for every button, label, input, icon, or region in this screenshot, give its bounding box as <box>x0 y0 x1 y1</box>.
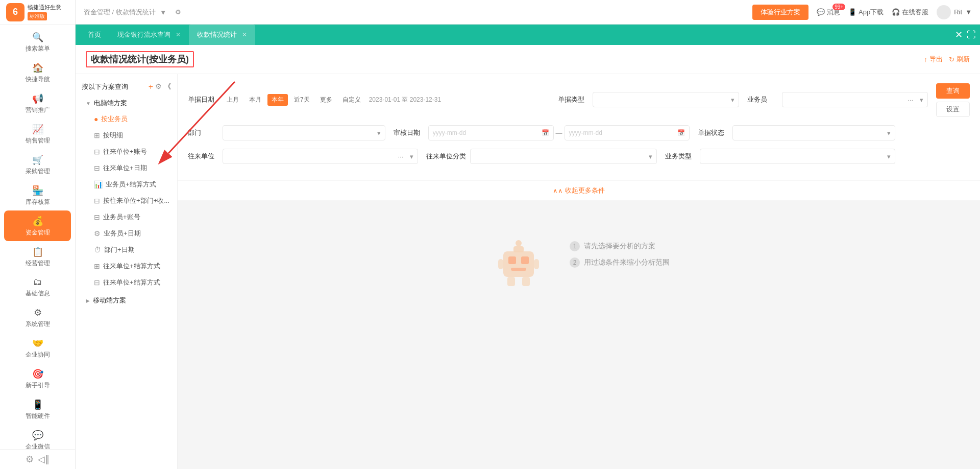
sidebar-item-hardware[interactable]: 📱 智能硬件 <box>0 394 75 425</box>
export-button[interactable]: ↑ 导出 <box>924 55 943 64</box>
item-icon: ⊟ <box>94 148 100 156</box>
tab-receipt-stats[interactable]: 收款情况统计 ✕ <box>189 25 255 45</box>
salesperson-select[interactable]: ··· ▾ <box>782 92 928 107</box>
date-dash: — <box>556 129 562 137</box>
sidebar-item-label: 库存核算 <box>26 198 50 206</box>
finance-icon: 💰 <box>32 216 43 227</box>
review-date-from-input[interactable]: yyyy-mm-dd 📅 <box>428 125 554 140</box>
trial-button[interactable]: 体验行业方案 <box>752 5 808 20</box>
sidebar-item-search[interactable]: 🔍 搜索菜单 <box>0 27 75 57</box>
main-content: 资金管理 / 收款情况统计 ▼ ⚙ 体验行业方案 💬 消息 99+ 📱 App下… <box>76 0 980 469</box>
scheme-item-label: 按往来单位+部门+收... <box>103 196 169 205</box>
dept-chevron-icon: ▾ <box>377 129 381 137</box>
sidebar-item-purchase[interactable]: 🛒 采购管理 <box>0 149 75 180</box>
svg-rect-1 <box>508 256 516 264</box>
scheme-item-counterpart-settlement1[interactable]: ⊞ 往来单位+结算方式 <box>76 258 177 274</box>
dept-select[interactable]: ▾ <box>223 125 385 140</box>
breadcrumb-dropdown-icon[interactable]: ▼ <box>160 8 167 16</box>
sidebar-item-system[interactable]: ⚙ 系统管理 <box>0 302 75 333</box>
collapse-sidebar-icon[interactable]: ◁‖ <box>38 454 50 465</box>
scheme-item-salesperson-date[interactable]: ⚙ 业务员+日期 <box>76 225 177 242</box>
item-icon: ⊞ <box>94 262 100 270</box>
date-tabs: 上月 本月 本年 近7天 更多 自定义 <box>223 94 365 106</box>
date-tab-last-month[interactable]: 上月 <box>223 94 243 106</box>
sidebar-item-collab[interactable]: 🤝 企业协同 <box>0 333 75 363</box>
online-service-item[interactable]: 🎧 在线客服 <box>892 8 928 17</box>
doc-status-label: 单据状态 <box>698 128 728 137</box>
scheme-item-counterpart-date[interactable]: ⊟ 往来单位+日期 <box>76 160 177 176</box>
svg-rect-0 <box>503 251 534 277</box>
scheme-item-counterpart-settlement2[interactable]: ⊟ 往来单位+结算方式 <box>76 274 177 291</box>
scheme-item-detail[interactable]: ⊞ 按明细 <box>76 127 177 144</box>
sidebar-item-basic[interactable]: 🗂 基础信息 <box>0 272 75 302</box>
salesperson-dots-icon[interactable]: ··· <box>908 96 913 104</box>
query-button[interactable]: 查询 <box>936 83 970 99</box>
scheme-item-label: 按业务员 <box>101 114 128 124</box>
message-item[interactable]: 💬 消息 99+ <box>817 8 840 17</box>
doc-type-select[interactable]: ▾ <box>593 92 739 107</box>
tab-close-all-icon[interactable]: ✕ <box>955 29 963 40</box>
scheme-item-label: 业务员+账号 <box>103 213 140 222</box>
user-area[interactable]: Rit ▼ <box>937 5 972 19</box>
sidebar-item-label: 智能硬件 <box>26 412 50 420</box>
sidebar-item-quicknav[interactable]: 🏠 快捷导航 <box>0 57 75 88</box>
date-tab-custom[interactable]: 自定义 <box>338 94 365 106</box>
counterpart-category-chevron-icon: ▾ <box>649 153 652 160</box>
review-date-range: yyyy-mm-dd 📅 — yyyy-mm-dd 📅 <box>428 125 690 140</box>
review-date-to-input[interactable]: yyyy-mm-dd 📅 <box>565 125 690 140</box>
filter-item-date: 单据日期 上月 本月 本年 近7天 更多 自定义 <box>188 94 550 106</box>
sidebar-item-finance[interactable]: 💰 资金管理 <box>4 210 71 241</box>
tab-bank-flow-close-icon[interactable]: ✕ <box>176 31 181 38</box>
sidebar-item-guide[interactable]: 🎯 新手引导 <box>0 363 75 394</box>
scheme-section-mobile-title[interactable]: ▶ 移动端方案 <box>76 293 177 308</box>
settings-gear-icon[interactable]: ⚙ <box>175 8 181 16</box>
tab-maximize-icon[interactable]: ⛶ <box>967 30 976 40</box>
counterpart-select[interactable]: ··· ▾ <box>223 149 418 164</box>
settings-bottom-icon[interactable]: ⚙ <box>26 454 34 465</box>
counterpart-category-select[interactable]: ▾ <box>470 149 656 164</box>
logo-text-block: 畅捷通好生意 标准版 <box>28 4 61 20</box>
date-tab-this-year[interactable]: 本年 <box>267 94 288 106</box>
refresh-button[interactable]: ↻ 刷新 <box>949 55 970 64</box>
sidebar-item-management[interactable]: 📋 经营管理 <box>0 241 75 272</box>
filter-item-doc-type: 单据类型 ▾ <box>558 92 739 107</box>
scheme-item-salesperson-settlement[interactable]: 📊 业务员+结算方式 <box>76 176 177 193</box>
headset-icon: 🎧 <box>892 8 900 16</box>
scheme-item-by-salesperson[interactable]: ● 按业务员 <box>76 111 177 127</box>
business-type-select[interactable]: ▾ <box>700 149 895 164</box>
tab-bank-flow[interactable]: 现金银行流水查询 ✕ <box>109 25 189 45</box>
item-icon: ⊟ <box>94 197 100 205</box>
tab-home[interactable]: 首页 <box>80 25 109 45</box>
tab-receipt-stats-close-icon[interactable]: ✕ <box>242 31 247 38</box>
date-tab-more[interactable]: 更多 <box>316 94 336 106</box>
counterpart-dots-icon[interactable]: ··· <box>398 153 403 160</box>
scheme-add-icon[interactable]: + <box>149 82 153 91</box>
app-download-item[interactable]: 📱 App下载 <box>848 8 884 17</box>
collapse-more-btn[interactable]: ∧∧ 收起更多条件 <box>178 180 980 200</box>
date-tab-7days[interactable]: 近7天 <box>290 94 314 106</box>
settings-button[interactable]: 设置 <box>936 102 970 117</box>
scheme-item-counterpart-account[interactable]: ⊟ 往来单位+账号 <box>76 144 177 160</box>
doc-status-select[interactable]: ▾ <box>732 125 895 140</box>
filter-row-3: 往来单位 ··· ▾ 往来单位分类 ▾ <box>188 149 970 164</box>
date-from: 2023-01-01 <box>369 96 400 103</box>
scheme-section-pc: ▼ 电脑端方案 ● 按业务员 ⊞ 按明细 ⊟ 往来单位+账号 <box>76 96 177 293</box>
scheme-item-salesperson-account[interactable]: ⊟ 业务员+账号 <box>76 209 177 225</box>
date-tab-this-month[interactable]: 本月 <box>245 94 265 106</box>
sidebar-item-inventory[interactable]: 🏪 库存核算 <box>0 180 75 210</box>
scheme-settings-icon[interactable]: ⚙ <box>155 82 162 91</box>
top-header-right: 体验行业方案 💬 消息 99+ 📱 App下载 🎧 在线客服 Rit ▼ <box>752 5 972 20</box>
sidebar-item-marketing[interactable]: 📢 营销推广 <box>0 88 75 119</box>
sidebar-item-sales[interactable]: 📈 销售管理 <box>0 119 75 149</box>
tip-num-1: 1 <box>570 241 580 251</box>
scheme-section-pc-title[interactable]: ▼ 电脑端方案 <box>76 96 177 111</box>
review-date-label: 审核日期 <box>394 128 424 137</box>
counterpart-chevron-icon: ▾ <box>410 153 413 160</box>
sidebar-item-wechat[interactable]: 💬 企业微信 <box>0 425 75 449</box>
online-service-label: 在线客服 <box>902 8 928 17</box>
scheme-collapse-icon[interactable]: 《 <box>164 82 171 91</box>
review-date-to-placeholder: yyyy-mm-dd <box>569 129 602 136</box>
svg-rect-8 <box>507 277 515 286</box>
scheme-item-dept-date[interactable]: ⏱ 部门+日期 <box>76 242 177 258</box>
scheme-item-counterpart-dept[interactable]: ⊟ 按往来单位+部门+收... <box>76 193 177 209</box>
